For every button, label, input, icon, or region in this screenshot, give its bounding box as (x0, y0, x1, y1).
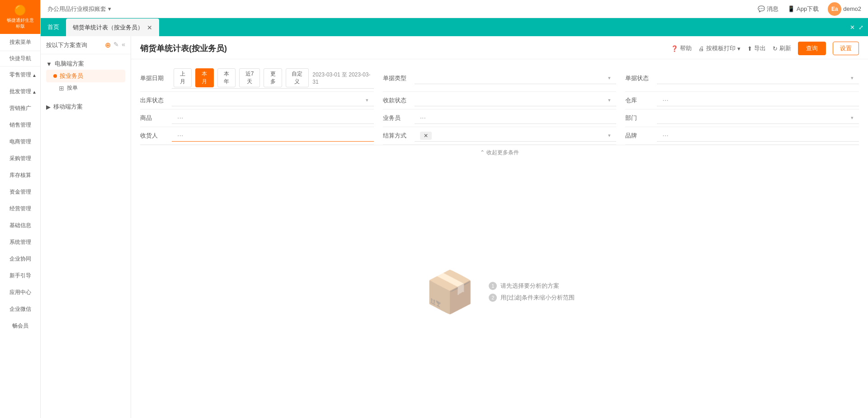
brand-select[interactable]: ··· (659, 132, 857, 140)
sales-label: 销售管理 (9, 121, 31, 129)
collapse-panel-icon[interactable]: « (122, 41, 125, 49)
collection-select[interactable]: ▾ (416, 97, 615, 103)
maximize-icon[interactable]: ⤢ (859, 24, 863, 31)
warehouse-label: 仓库 (625, 96, 657, 104)
sidebar-item-newbie[interactable]: 新手引导 (0, 267, 40, 284)
sidebar-item-sales[interactable]: 销售管理 (0, 117, 40, 133)
goods-control[interactable]: ··· (172, 112, 374, 124)
add-scheme-icon[interactable]: ⊕ (105, 41, 111, 49)
edit-scheme-icon[interactable]: ✎ (113, 41, 119, 49)
collapse-filters-bar[interactable]: ⌃ 收起更多条件 (140, 145, 859, 160)
date-current-year-btn[interactable]: 本年 (217, 68, 236, 87)
salesperson-control[interactable]: ··· (415, 112, 617, 124)
date-label: 单据日期 (140, 74, 172, 82)
goods-select[interactable]: ··· (174, 114, 372, 122)
basic-label: 基础信息 (9, 222, 31, 229)
sidebar-item-basic[interactable]: 基础信息 (0, 217, 40, 234)
doc-status-select[interactable]: ▾ (659, 75, 857, 81)
sidebar-item-ecommerce[interactable]: 电商管理 (0, 133, 40, 150)
sidebar-item-inventory[interactable]: 库存核算 (0, 167, 40, 184)
message-label: 消息 (767, 5, 778, 13)
breadcrumb-chevron-icon: ▾ (108, 5, 111, 12)
sidebar-item-retail[interactable]: 零售管理 ▲ (0, 66, 40, 83)
search-label: 搜索菜单 (4, 38, 37, 46)
left-panel-title: 按以下方案查询 (46, 41, 87, 49)
salesperson-select[interactable]: ··· (416, 114, 615, 122)
tab-close-icon[interactable]: ✕ (147, 24, 152, 31)
date-current-month-btn[interactable]: 本月 (195, 68, 213, 87)
app-download-btn[interactable]: 📱 App下载 (788, 5, 819, 13)
out-status-filter-cell: 出库状态 ▾ (140, 92, 374, 109)
sidebar-item-marketing[interactable]: 营销推广 (0, 100, 40, 117)
date-more-btn[interactable]: 更多 (264, 68, 282, 87)
settlement-tag-close[interactable]: ✕ (424, 133, 428, 139)
collection-control[interactable]: ▾ (415, 95, 617, 106)
sidebar-item-finance[interactable]: 资金管理 (0, 184, 40, 200)
breadcrumb-text: 办公用品行业模拟账套 (47, 5, 106, 13)
sidebar-search[interactable]: 搜索菜单 (0, 34, 40, 51)
empty-tips: 1 请先选择要分析的方案 2 用[过滤]条件来缩小分析范围 (489, 282, 574, 302)
page-header: 销货单统计表(按业务员) ❓ 帮助 🖨 按模板打印 ▾ ⬆ 导出 (131, 36, 868, 59)
warehouse-filter-cell: 仓库 ··· (625, 92, 859, 109)
collection-chevron-icon: ▾ (608, 97, 611, 103)
print-btn[interactable]: 🖨 按模板打印 ▾ (698, 44, 741, 52)
export-btn[interactable]: ⬆ 导出 (747, 44, 766, 52)
sidebar-item-app[interactable]: 应用中心 (0, 284, 40, 301)
refresh-btn[interactable]: ↻ 刷新 (773, 44, 791, 52)
tab-home[interactable]: 首页 (41, 18, 66, 36)
sidebar-item-operations[interactable]: 经营管理 (0, 200, 40, 217)
recipient-select[interactable]: ··· (174, 132, 372, 140)
mobile-section-arrow: ▶ (46, 104, 51, 110)
settlement-control[interactable]: ✕ ▾ (415, 130, 617, 142)
brand-control[interactable]: ··· (657, 130, 859, 142)
date-custom-btn[interactable]: 自定义 (286, 68, 309, 87)
user-profile-btn[interactable]: Ea demo2 (828, 2, 861, 16)
filter-area: 单据日期 上月 本月 本年 近7天 更多 自定义 2023-03-01 至 20… (131, 59, 868, 166)
breadcrumb-dropdown[interactable]: 办公用品行业模拟账套 ▾ (47, 5, 111, 13)
warehouse-control[interactable]: ··· (657, 95, 859, 106)
salesperson-scheme-item[interactable]: 按业务员 (46, 70, 125, 82)
date-last-month-btn[interactable]: 上月 (174, 68, 192, 87)
dept-control[interactable]: ▾ (657, 112, 859, 124)
warehouse-select[interactable]: ··· (659, 96, 857, 104)
date-control: 上月 本月 本年 近7天 更多 自定义 2023-03-01 至 2023-03… (172, 67, 374, 89)
brand-dots: ··· (662, 132, 668, 140)
help-btn[interactable]: ❓ 帮助 (671, 44, 692, 52)
settings-button[interactable]: 设置 (833, 42, 859, 55)
goods-label: 商品 (140, 114, 172, 122)
pc-section-title[interactable]: ▼ 电脑端方案 (46, 58, 125, 70)
sidebar-item-wholesale[interactable]: 批发管理 ▲ (0, 83, 40, 100)
dept-select[interactable]: ▾ (659, 115, 857, 121)
logo-text: 畅捷通好生意 (7, 17, 34, 23)
mobile-section-title[interactable]: ▶ 移动端方案 (46, 101, 125, 113)
sidebar-item-system[interactable]: 系统管理 (0, 234, 40, 251)
doc-type-select[interactable]: ▾ (416, 75, 615, 81)
message-btn[interactable]: 💬 消息 (758, 5, 778, 13)
sidebar-quicknav[interactable]: 快捷导航 (0, 51, 40, 66)
tabbar-actions: ✕ ⤢ (850, 24, 868, 31)
settlement-tag: ✕ (420, 132, 432, 140)
query-button[interactable]: 查询 (798, 42, 826, 55)
salesperson-scheme-label: 按业务员 (60, 72, 83, 80)
sidebar-item-wechat[interactable]: 企业微信 (0, 301, 40, 318)
doc-status-control[interactable]: ▾ (657, 72, 859, 84)
sidebar-item-purchase[interactable]: 采购管理 (0, 150, 40, 167)
mobile-section: ▶ 移动端方案 (41, 97, 131, 116)
out-status-control[interactable]: ▾ (172, 95, 374, 106)
brand-label: 品牌 (625, 132, 657, 140)
recipient-label: 收货人 (140, 132, 172, 140)
sidebar-item-member[interactable]: 畅会员 (0, 318, 40, 334)
out-status-select[interactable]: ▾ (174, 97, 372, 103)
newbie-label: 新手引导 (9, 272, 31, 280)
date-last-7days-btn[interactable]: 近7天 (239, 68, 260, 87)
user-label: demo2 (843, 5, 861, 12)
order-scheme-item[interactable]: ⊞ 按单 (46, 82, 125, 94)
doc-type-chevron-icon: ▾ (608, 75, 611, 81)
tab-report[interactable]: 销货单统计表（按业务员） ✕ (66, 19, 159, 37)
doc-status-filter-cell: 单据状态 ▾ (625, 65, 859, 92)
sidebar-item-enterprise[interactable]: 企业协同 (0, 251, 40, 267)
minimize-icon[interactable]: ✕ (850, 24, 855, 31)
filter-row-2: 出库状态 ▾ 收款状态 ▾ (140, 92, 859, 109)
recipient-control[interactable]: ··· (172, 130, 374, 142)
doc-type-control[interactable]: ▾ (415, 72, 617, 84)
